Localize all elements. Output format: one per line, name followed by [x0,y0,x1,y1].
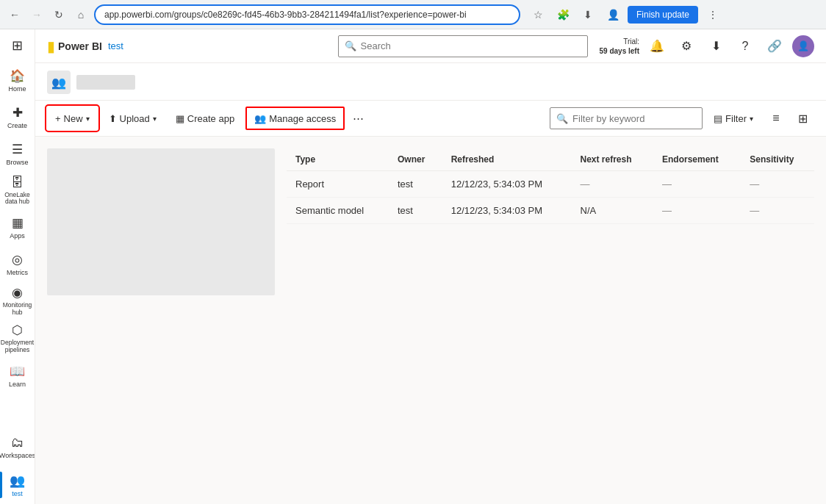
sidebar-item-label: Metrics [7,269,28,276]
sidebar-item-apps[interactable]: ▦ Apps [0,209,35,245]
toolbar: + New ▾ ⬆ Upload ▾ ▦ Create app 👥 Manage… [35,101,826,137]
col-next-refresh: Next refresh [572,148,653,171]
sidebar-item-monitoring[interactable]: ◉ Monitoring hub [0,282,35,319]
sidebar-item-label: OneLake data hub [1,192,34,206]
power-bi-text: Power BI [58,40,102,52]
main-content: 👥 + New ▾ ⬆ Upload ▾ ▦ Create [35,63,826,504]
col-owner: Owner [389,148,442,171]
create-icon: ✚ [12,105,23,120]
col-endorsement: Endorsement [653,148,741,171]
filter-label: Filter [725,113,747,124]
profile-icon[interactable]: 👤 [603,4,623,25]
filter-icon: ▤ [714,113,722,124]
workspace-icon: 👥 [47,71,71,94]
browser-right-icons: ☆ 🧩 ⬇ 👤 Finish update ⋮ [528,4,723,25]
back-button[interactable]: ← [6,6,24,24]
row1-endorsement: — [653,171,741,198]
forward-button[interactable]: → [28,6,46,24]
onelake-icon: 🗄 [11,176,24,190]
col-sensitivity: Sensitivity [741,148,814,171]
row1-owner: test [389,171,442,198]
trial-info: Trial: 59 days left [600,37,639,56]
row1-next-refresh: — [572,171,653,198]
upload-chevron-icon: ▾ [153,115,157,123]
trial-days: 59 days left [600,46,639,56]
extensions-icon[interactable]: 🧩 [553,4,573,25]
grid-view-toggle[interactable]: ⊞ [791,107,814,130]
sidebar-item-learn[interactable]: 📖 Learn [0,357,35,394]
sidebar-item-label: Home [8,85,26,93]
row1-sensitivity: — [741,171,814,198]
bookmark-icon[interactable]: ☆ [528,4,548,25]
sidebar-item-label: Workspaces [0,452,35,459]
sidebar-item-deployment[interactable]: ⬡ Deployment pipelines [0,319,35,357]
sidebar-item-label: Browse [6,159,28,166]
sidebar-item-metrics[interactable]: ◎ Metrics [0,245,35,282]
workspace-header: 👥 [35,63,826,101]
power-bi-logo-icon: ▮ [47,37,55,55]
avatar[interactable]: 👤 [792,35,814,57]
more-options-button[interactable]: ⋯ [348,107,369,130]
workspace-title-row: 👥 [47,71,814,94]
col-refreshed: Refreshed [442,148,572,171]
sidebar-item-apps-grid[interactable]: ⊞ [0,29,35,62]
sidebar-item-label: Apps [10,232,25,240]
finish-update-button[interactable]: Finish update [628,6,698,24]
row2-refreshed: 12/12/23, 5:34:03 PM [442,198,572,224]
settings-button[interactable]: ⚙ [675,35,698,58]
sidebar-item-workspaces[interactable]: 🗂 Workspaces [0,429,35,466]
filter-keyword-input[interactable] [572,113,696,124]
create-app-button[interactable]: ▦ Create app [168,107,243,130]
table-header-row: Type Owner Refreshed Next refresh Endors… [287,148,814,171]
search-input[interactable] [361,40,581,51]
home-icon: 🏠 [10,68,25,84]
new-label: New [64,113,83,124]
download-icon[interactable]: ⬇ [578,4,598,25]
row2-endorsement: — [653,198,741,224]
browser-chrome: ← → ↻ ⌂ app.powerbi.com/groups/c0e8269c-… [0,0,826,29]
chrome-menu-icon[interactable]: ⋮ [703,4,723,25]
home-browser-button[interactable]: ⌂ [72,6,90,24]
manage-access-icon: 👥 [254,113,266,124]
col-type: Type [287,148,389,171]
row2-type: Semantic model [287,198,389,224]
sidebar-item-home[interactable]: 🏠 Home [0,62,35,98]
notifications-button[interactable]: 🔔 [645,35,669,58]
apps-grid-icon: ⊞ [12,37,23,54]
sidebar-item-create[interactable]: ✚ Create [0,98,35,135]
download-button[interactable]: ⬇ [704,35,728,58]
apps-icon: ▦ [12,215,24,231]
preview-pane [47,148,275,295]
sidebar: ⊞ 🏠 Home ✚ Create ☰ Browse 🗄 OneLake dat… [0,29,35,504]
sidebar-item-onelake[interactable]: 🗄 OneLake data hub [0,172,35,209]
filter-keyword-box[interactable]: 🔍 [550,107,703,129]
workspace-link[interactable]: test [108,40,123,51]
trial-label: Trial: [600,37,639,46]
manage-access-button[interactable]: 👥 Manage access [245,107,345,130]
manage-access-label: Manage access [269,113,336,124]
workspace-name-placeholder [76,75,135,90]
new-button[interactable]: + New ▾ [47,107,98,130]
table-area: Type Owner Refreshed Next refresh Endors… [287,148,814,492]
power-bi-logo: ▮ Power BI [47,37,102,55]
table-row[interactable]: Semantic model test 12/12/23, 5:34:03 PM… [287,198,814,224]
search-box[interactable]: 🔍 [338,35,588,57]
table-row[interactable]: Report test 12/12/23, 5:34:03 PM — — — [287,171,814,198]
share-button[interactable]: 🔗 [763,35,786,58]
filter-button[interactable]: ▤ Filter ▾ [705,107,761,130]
address-bar[interactable]: app.powerbi.com/groups/c0e8269c-fd45-46b… [94,4,520,25]
sidebar-item-test-workspace[interactable]: 👥 test [0,466,35,504]
upload-button[interactable]: ⬆ Upload ▾ [101,107,165,130]
list-view-toggle[interactable]: ≡ [764,107,788,130]
monitoring-icon: ◉ [12,285,23,300]
help-button[interactable]: ? [733,35,757,58]
content-table: Type Owner Refreshed Next refresh Endors… [287,148,814,224]
upload-icon: ⬆ [109,113,117,124]
create-app-label: Create app [187,113,234,124]
sidebar-item-label: Deployment pipelines [1,339,34,353]
refresh-button[interactable]: ↻ [50,6,68,24]
row2-owner: test [389,198,442,224]
sidebar-item-label: Learn [9,381,26,388]
sidebar-item-browse[interactable]: ☰ Browse [0,135,35,172]
app-layout: ⊞ 🏠 Home ✚ Create ☰ Browse 🗄 OneLake dat… [0,29,826,504]
